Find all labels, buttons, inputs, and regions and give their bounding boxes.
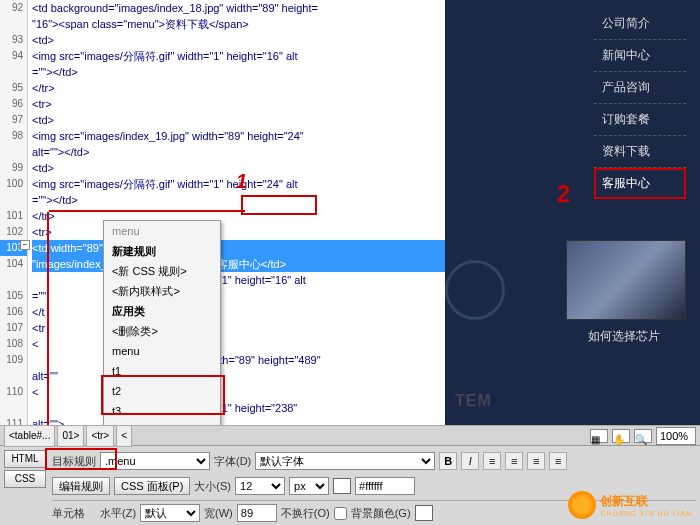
tag-01[interactable]: 01> [57, 425, 84, 447]
menu-class-t4[interactable]: t4 [104, 421, 220, 425]
zoom-tool-icon[interactable]: 🔍 [634, 429, 652, 443]
zoom-input[interactable] [656, 427, 696, 445]
target-rule-select[interactable]: .menu [100, 452, 210, 470]
color-swatch[interactable] [333, 478, 351, 494]
menu-class-t2[interactable]: t2 [104, 381, 220, 401]
tag-tr[interactable]: <tr> [86, 425, 114, 447]
code-editor[interactable]: 92 93 94 95 96 97 98 99 100 101 102 103 … [0, 0, 445, 425]
size-select[interactable]: 12 [235, 477, 285, 495]
font-select[interactable]: 默认字体 [255, 452, 435, 470]
preview-caption: 如何选择芯片 [588, 328, 660, 345]
css-panel-button[interactable]: CSS 面板(P) [114, 477, 190, 495]
bgcolor-label: 背景颜色(G) [351, 506, 411, 521]
align-justify-icon[interactable]: ≡ [549, 452, 567, 470]
menu-header: menu [104, 221, 220, 241]
nowrap-label: 不换行(O) [281, 506, 330, 521]
tag-table[interactable]: <table#... [4, 425, 55, 447]
preview-image [566, 240, 686, 320]
annotation-arrow [47, 212, 49, 425]
align-center-icon[interactable]: ≡ [505, 452, 523, 470]
annotation-2: 2 [557, 180, 570, 208]
selected-line[interactable]: <td width="89" height="16" [32, 240, 445, 256]
menu-remove-class[interactable]: <删除类> [104, 321, 220, 341]
align-right-icon[interactable]: ≡ [527, 452, 545, 470]
nav-products[interactable]: 产品咨询 [594, 72, 686, 104]
watermark-logo-icon [568, 491, 596, 519]
nav-service[interactable]: 客服中心 [594, 168, 686, 199]
css-rule-menu[interactable]: menu 新建规则 <新 CSS 规则> <新内联样式> 应用类 <删除类> m… [103, 220, 221, 425]
css-mode-button[interactable]: CSS [4, 470, 46, 488]
menu-header-apply: 应用类 [104, 301, 220, 321]
menu-class-t3[interactable]: t3 [104, 401, 220, 421]
menu-new-inline-style[interactable]: <新内联样式> [104, 281, 220, 301]
nowrap-checkbox[interactable] [334, 507, 347, 520]
font-label: 字体(D) [214, 454, 251, 469]
preview-seal-icon [445, 260, 505, 320]
horizontal-label: 水平(Z) [100, 506, 136, 521]
bgcolor-swatch[interactable] [415, 505, 433, 521]
preview-nav: 公司简介 新闻中心 产品咨询 订购套餐 资料下载 客服中心 [594, 8, 686, 199]
tag-selector-bar[interactable]: <table#... 01> <tr> < ▦ ✋ 🔍 [0, 425, 700, 445]
size-label: 大小(S) [194, 479, 231, 494]
live-preview[interactable]: 2 公司简介 新闻中心 产品咨询 订购套餐 资料下载 客服中心 如何选择芯片 T… [445, 0, 700, 425]
nav-downloads[interactable]: 资料下载 [594, 136, 686, 168]
annotation-box-1 [241, 195, 317, 215]
hand-tool-icon[interactable]: ✋ [612, 429, 630, 443]
code-content[interactable]: <td background="images/index_18.jpg" wid… [28, 0, 445, 425]
align-left-icon[interactable]: ≡ [483, 452, 501, 470]
width-label: 宽(W) [204, 506, 233, 521]
nav-company[interactable]: 公司简介 [594, 8, 686, 40]
color-input[interactable] [355, 477, 415, 495]
tag-open[interactable]: < [116, 425, 132, 447]
select-tool-icon[interactable]: ▦ [590, 429, 608, 443]
annotation-1: 1 [236, 170, 247, 193]
annotation-arrow [49, 210, 245, 212]
menu-header-new: 新建规则 [104, 241, 220, 261]
html-mode-button[interactable]: HTML [4, 450, 46, 468]
size-unit-select[interactable]: px [289, 477, 329, 495]
target-rule-label: 目标规则 [52, 454, 96, 469]
nav-news[interactable]: 新闻中心 [594, 40, 686, 72]
menu-class-menu[interactable]: menu [104, 341, 220, 361]
edit-rule-button[interactable]: 编辑规则 [52, 477, 110, 495]
italic-button[interactable]: I [461, 452, 479, 470]
line-gutter: 92 93 94 95 96 97 98 99 100 101 102 103 … [0, 0, 28, 425]
menu-new-css-rule[interactable]: <新 CSS 规则> [104, 261, 220, 281]
bold-button[interactable]: B [439, 452, 457, 470]
preview-logo: TEM [455, 392, 492, 410]
horizontal-select[interactable]: 默认 [140, 504, 200, 522]
menu-class-t1[interactable]: t1 [104, 361, 220, 381]
width-input[interactable] [237, 504, 277, 522]
fold-icon[interactable]: − [20, 240, 30, 250]
watermark: 创新互联 CHUANG XIN HU LIAN [568, 491, 692, 519]
cell-label: 单元格 [52, 506, 96, 521]
nav-packages[interactable]: 订购套餐 [594, 104, 686, 136]
